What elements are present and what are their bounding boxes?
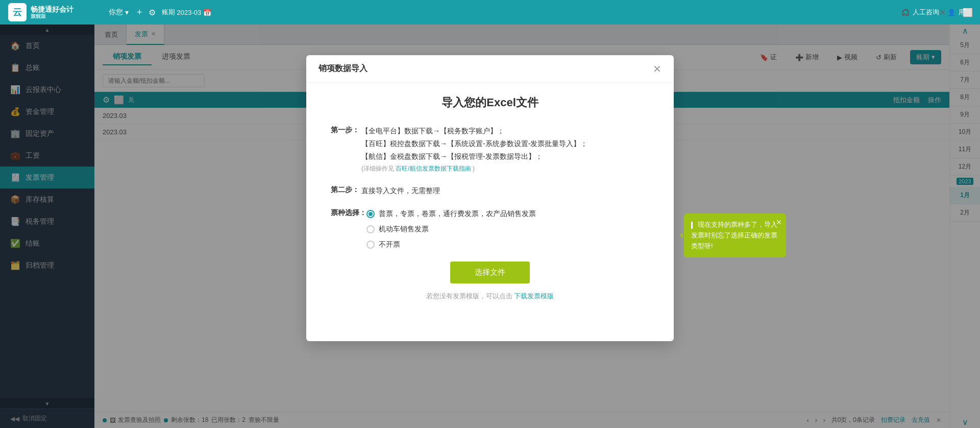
logo-icon: 云 bbox=[8, 3, 27, 21]
modal-close-button[interactable]: ✕ bbox=[653, 64, 662, 74]
company-name: 你您 bbox=[109, 8, 123, 17]
tooltip-text: 现在支持的票种多了，导入发票时别忘了选择正确的发票类型呀! bbox=[691, 221, 777, 250]
step1-line-2: 【百旺】税控盘数据下载→【系统设置-系统参数设置-发票批量导入】； bbox=[361, 137, 587, 150]
period-label: 账期 bbox=[162, 8, 175, 17]
radio-group: 普票，专票，卷票，通行费发票，农产品销售发票 机动车销售发票 不开票 bbox=[366, 209, 536, 249]
step1-label: 第一步： bbox=[331, 125, 361, 135]
calendar-icon[interactable]: 📅 bbox=[203, 9, 211, 16]
step1-content: 【全电平台】数据下载→【税务数字账户】； 【百旺】税控盘数据下载→【系统设置-系… bbox=[361, 125, 587, 174]
tooltip-bar bbox=[691, 222, 693, 229]
download-template-link[interactable]: 下载发票模版 bbox=[514, 292, 554, 300]
step1-hint: (详细操作见 百旺/航信发票数据下载指南 ) bbox=[361, 163, 587, 175]
radio-normal-label: 普票，专票，卷票，通行费发票，农产品销售发票 bbox=[379, 209, 536, 219]
step1-line-3: 【航信】金税盘数据下载→【报税管理-发票数据导出】； bbox=[361, 150, 587, 163]
modal-main-title: 导入您的Excel文件 bbox=[331, 95, 649, 110]
modal-title: 销项数据导入 bbox=[318, 63, 368, 74]
radio-noticket-label: 不开票 bbox=[379, 240, 400, 249]
logo-sub-text: 旗舰版 bbox=[31, 13, 74, 19]
step2-label: 第二步： bbox=[331, 184, 361, 195]
tooltip-bubble: ✕ 现在支持的票种多了，导入发票时别忘了选择正确的发票类型呀! bbox=[684, 213, 786, 257]
radio-motor-label: 机动车销售发票 bbox=[379, 225, 429, 234]
step2-row: 第二步： 直接导入文件，无需整理 bbox=[331, 184, 649, 197]
company-selector[interactable]: 你您 ▾ bbox=[109, 8, 129, 17]
radio-noticket[interactable]: 不开票 bbox=[366, 240, 536, 249]
radio-noticket-circle bbox=[366, 241, 375, 249]
top-header: 云 畅捷通好会计 旗舰版 你您 ▾ + ⚙ 账期 2023-03 📅 🎧 人工咨… bbox=[0, 0, 980, 25]
close-window-icon: ✕ bbox=[939, 8, 946, 17]
maximize-window-button[interactable]: ⬜ bbox=[955, 0, 980, 25]
download-guide-link[interactable]: 百旺/航信发票数据下载指南 bbox=[396, 165, 471, 172]
modal-footer: 若您没有发票模版，可以点击 下载发票模版 bbox=[331, 292, 649, 301]
logo-text: 畅捷通好会计 旗舰版 bbox=[31, 5, 74, 20]
import-modal: 销项数据导入 ✕ 导入您的Excel文件 第一步： 【全电平台】数据下载→【税务… bbox=[306, 55, 674, 341]
company-dropdown-icon: ▾ bbox=[125, 8, 129, 16]
period-value: 2023-03 bbox=[177, 9, 202, 16]
select-file-button[interactable]: 选择文件 bbox=[450, 261, 530, 283]
modal-body: 导入您的Excel文件 第一步： 【全电平台】数据下载→【税务数字账户】； 【百… bbox=[306, 83, 674, 317]
period-display: 账期 2023-03 📅 bbox=[162, 8, 212, 17]
modal-overlay: 销项数据导入 ✕ 导入您的Excel文件 第一步： 【全电平台】数据下载→【税务… bbox=[0, 25, 980, 428]
window-controls: ✕ ⬜ bbox=[930, 0, 980, 25]
radio-normal-dot bbox=[369, 212, 373, 216]
logo-area: 云 畅捷通好会计 旗舰版 bbox=[8, 3, 103, 21]
ticket-type-row: 票种选择： 普票，专票，卷票，通行费发票，农产品销售发票 机动车销售发票 bbox=[331, 207, 649, 249]
tooltip-close-button[interactable]: ✕ bbox=[776, 217, 782, 228]
ticket-type-label: 票种选择： bbox=[331, 207, 366, 218]
add-button[interactable]: + bbox=[137, 7, 142, 18]
radio-normal-circle bbox=[366, 210, 375, 218]
radio-motor-circle bbox=[366, 225, 375, 233]
step1-row: 第一步： 【全电平台】数据下载→【税务数字账户】； 【百旺】税控盘数据下载→【系… bbox=[331, 125, 649, 174]
headset-icon: 🎧 bbox=[901, 9, 910, 16]
step1-line-1: 【全电平台】数据下载→【税务数字账户】； bbox=[361, 125, 587, 137]
step2-content: 直接导入文件，无需整理 bbox=[361, 184, 440, 197]
maximize-window-icon: ⬜ bbox=[963, 8, 973, 17]
modal-header: 销项数据导入 ✕ bbox=[306, 55, 674, 83]
radio-normal[interactable]: 普票，专票，卷票，通行费发票，农产品销售发票 bbox=[366, 209, 536, 219]
radio-motor[interactable]: 机动车销售发票 bbox=[366, 225, 536, 234]
logo-main-text: 畅捷通好会计 bbox=[31, 5, 74, 14]
footer-hint: 若您没有发票模版，可以点击 bbox=[426, 292, 512, 300]
close-window-button[interactable]: ✕ bbox=[930, 0, 954, 25]
settings-icon[interactable]: ⚙ bbox=[149, 8, 156, 17]
